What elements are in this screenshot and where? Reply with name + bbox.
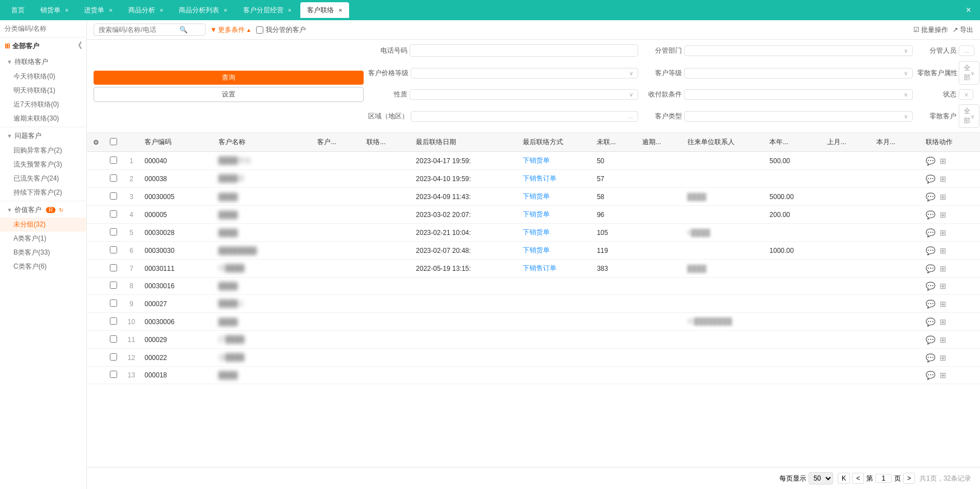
more-conditions-btn[interactable]: ▼ 更多条件 ▲: [210, 25, 252, 35]
export-btn[interactable]: ↗ 导出: [953, 25, 973, 35]
grid-action-icon[interactable]: ⊞: [940, 156, 946, 165]
grid-action-icon[interactable]: ⊞: [940, 228, 946, 237]
collapse-sidebar-btn[interactable]: 《: [74, 41, 82, 51]
message-icon[interactable]: 💬: [926, 299, 935, 308]
row-check[interactable]: [105, 242, 122, 260]
sidebar-search-input[interactable]: [4, 25, 87, 33]
message-icon[interactable]: 💬: [926, 335, 935, 344]
sidebar-item-ungrouped[interactable]: 未分组(32): [0, 218, 86, 232]
close-customer-manager-tab[interactable]: ×: [288, 7, 291, 13]
row-check[interactable]: [105, 331, 122, 349]
grid-action-icon[interactable]: ⊞: [940, 264, 946, 273]
close-purchase-tab[interactable]: ×: [109, 7, 112, 13]
message-icon[interactable]: 💬: [926, 246, 935, 255]
my-customers-checkbox[interactable]: [256, 26, 263, 34]
row-check[interactable]: [105, 278, 122, 295]
sidebar-item-churned[interactable]: 已流失客户(24): [0, 172, 86, 186]
row-check[interactable]: [105, 206, 122, 224]
tab-customer-manager[interactable]: 客户分层经营 ×: [236, 2, 298, 18]
batch-op-btn[interactable]: ☑ 批量操作: [913, 25, 948, 35]
sidebar-item-overdue[interactable]: 逾期未联络(30): [0, 112, 86, 126]
message-icon[interactable]: 💬: [926, 156, 935, 165]
per-page-select[interactable]: 50: [809, 472, 833, 485]
sidebar-item-churn-warning[interactable]: 流失预警客户(3): [0, 158, 86, 172]
window-close-button[interactable]: ×: [962, 5, 976, 15]
payment-select[interactable]: ∨: [684, 89, 913, 100]
sidebar-item-7days[interactable]: 近7天待联络(0): [0, 98, 86, 112]
tab-analysis-list[interactable]: 商品分析列表 ×: [172, 2, 234, 18]
page-input[interactable]: [875, 474, 892, 483]
filter-search-input[interactable]: [99, 26, 177, 34]
grid-action-icon[interactable]: ⊞: [940, 282, 946, 290]
grid-action-icon[interactable]: ⊞: [940, 353, 946, 362]
row-check[interactable]: [105, 152, 122, 170]
value-customers-title[interactable]: ▼ 价值客户 R ↻: [0, 202, 86, 218]
row-check[interactable]: [105, 367, 122, 384]
row-check[interactable]: [105, 313, 122, 331]
price-level-select[interactable]: ∨: [411, 68, 638, 79]
all-customers-header[interactable]: ⊞ 全部客户 《: [0, 38, 86, 54]
grid-action-icon[interactable]: ⊞: [940, 299, 946, 308]
grid-action-icon[interactable]: ⊞: [940, 371, 946, 380]
region-select[interactable]: …: [411, 111, 638, 122]
tab-home[interactable]: 首页: [4, 2, 31, 18]
filter-search-icon[interactable]: 🔍: [179, 26, 188, 34]
sparse-attr-select[interactable]: 全部∨: [959, 61, 979, 85]
grid-action-icon[interactable]: ⊞: [940, 174, 946, 183]
first-page-btn[interactable]: K: [838, 473, 850, 484]
sidebar-item-b-class[interactable]: B类客户(33): [0, 246, 86, 260]
problem-customers-title[interactable]: ▼ 问题客户: [0, 128, 86, 144]
message-icon[interactable]: 💬: [926, 353, 935, 362]
row-check[interactable]: [105, 224, 122, 242]
close-sales-tab[interactable]: ×: [65, 7, 68, 13]
dept-select[interactable]: ∨: [684, 45, 913, 56]
message-icon[interactable]: 💬: [926, 282, 935, 290]
message-icon[interactable]: 💬: [926, 228, 935, 237]
col-check[interactable]: [105, 133, 122, 152]
sidebar-item-today[interactable]: 今天待联络(0): [0, 70, 86, 84]
phone-input[interactable]: [415, 47, 633, 54]
row-check[interactable]: [105, 170, 122, 188]
row-check[interactable]: [105, 188, 122, 206]
row-check[interactable]: [105, 349, 122, 367]
grid-action-icon[interactable]: ⊞: [940, 317, 946, 326]
close-analysis-tab[interactable]: ×: [160, 7, 163, 13]
phone-input-wrap[interactable]: [410, 44, 638, 57]
tab-customer-contact[interactable]: 客户联络 ×: [300, 2, 349, 18]
customer-level-select[interactable]: ∨: [684, 68, 913, 79]
message-icon[interactable]: 💬: [926, 264, 935, 273]
col-settings[interactable]: ⚙: [87, 133, 105, 152]
manager-select[interactable]: …: [959, 45, 974, 56]
tab-sales[interactable]: 销货单 ×: [34, 2, 75, 18]
sidebar-item-tomorrow[interactable]: 明天待联络(1): [0, 84, 86, 98]
prev-page-btn[interactable]: <: [852, 473, 864, 484]
sparse-customer-select[interactable]: 全部∨: [959, 104, 979, 128]
customer-type-select[interactable]: ∨: [684, 111, 913, 122]
message-icon[interactable]: 💬: [926, 210, 935, 219]
grid-action-icon[interactable]: ⊞: [940, 335, 946, 344]
sidebar-item-abnormal[interactable]: 回购异常客户(2): [0, 144, 86, 158]
sidebar-item-c-class[interactable]: C类客户(6): [0, 260, 86, 274]
refresh-icon[interactable]: ↻: [59, 207, 63, 213]
message-icon[interactable]: 💬: [926, 174, 935, 183]
sidebar-item-a-class[interactable]: A类客户(1): [0, 232, 86, 246]
message-icon[interactable]: 💬: [926, 192, 935, 201]
message-icon[interactable]: 💬: [926, 317, 935, 326]
my-customers-checkbox-area[interactable]: 我分管的客户: [256, 25, 306, 35]
next-page-btn[interactable]: >: [903, 473, 915, 484]
status-select[interactable]: ∨: [959, 89, 973, 100]
sidebar-item-declining[interactable]: 持续下滑客户(2): [0, 186, 86, 200]
tab-purchase[interactable]: 进货单 ×: [77, 2, 119, 18]
query-button[interactable]: 查询: [94, 71, 364, 85]
grid-action-icon[interactable]: ⊞: [940, 210, 946, 219]
close-customer-contact-tab[interactable]: ×: [338, 7, 342, 13]
reset-button[interactable]: 设置: [94, 87, 364, 102]
select-all-checkbox[interactable]: [110, 138, 117, 145]
pending-customers-title[interactable]: ▼ 待联络客户: [0, 54, 86, 70]
grid-action-icon[interactable]: ⊞: [940, 192, 946, 201]
row-check[interactable]: [105, 295, 122, 313]
grid-action-icon[interactable]: ⊞: [940, 246, 946, 255]
close-analysis-list-tab[interactable]: ×: [224, 7, 227, 13]
row-check[interactable]: [105, 260, 122, 278]
nature-select[interactable]: ∨: [410, 89, 638, 100]
